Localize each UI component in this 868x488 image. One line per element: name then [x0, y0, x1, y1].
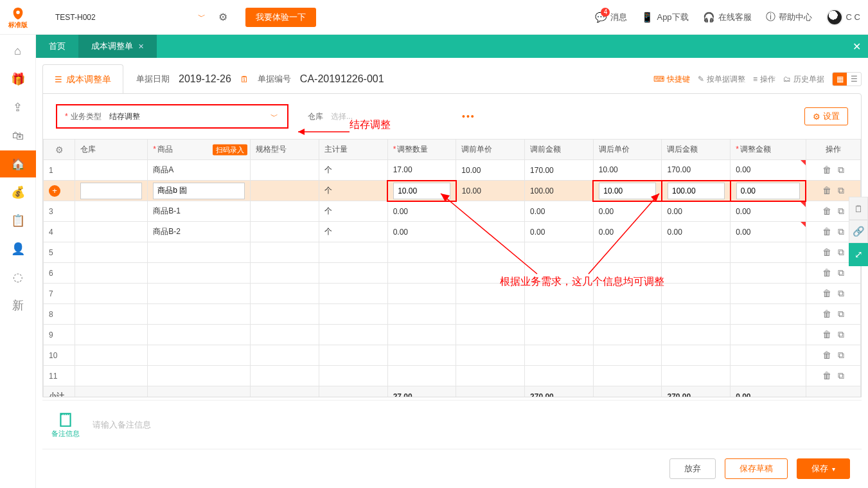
scan-entry-button[interactable]: 扫码录入 — [213, 144, 247, 155]
history-button[interactable]: 🗂 历史单据 — [783, 74, 824, 85]
view-list-icon[interactable]: ☰ — [847, 73, 861, 86]
delete-row-icon[interactable]: 🗑 — [822, 267, 831, 278]
table-row[interactable]: 9🗑⧉ — [44, 325, 861, 345]
adj-amount-input[interactable] — [736, 183, 800, 199]
tabs-close-all[interactable]: ✕ — [845, 35, 868, 58]
sidebar: ⌂ 🎁 ⇪ 🛍 🏠 💰 📋 👤 ◌ 新 — [0, 35, 36, 488]
doc-actions: ⌨ 快捷键 ✎ 按单据调整 ≡ 操作 🗂 历史单据 ▦ ☰ — [653, 72, 862, 86]
headset-icon: 🎧 — [703, 12, 715, 23]
messages-button[interactable]: 💬 4 消息 — [595, 12, 627, 23]
warehouse-input[interactable] — [80, 183, 142, 199]
col-post-price: 调后单价 — [593, 140, 662, 160]
more-button[interactable]: ••• — [462, 111, 475, 122]
warehouse-select[interactable]: 仓库 选择... — [308, 111, 353, 122]
copy-row-icon[interactable]: ⧉ — [838, 288, 844, 299]
view-toggle[interactable]: ▦ ☰ — [832, 72, 862, 86]
copy-row-icon[interactable]: ⧉ — [838, 185, 844, 196]
save-button[interactable]: 保存▾ — [797, 458, 850, 479]
delete-row-icon[interactable]: 🗑 — [822, 165, 831, 176]
hotkey-button[interactable]: ⌨ 快捷键 — [653, 74, 690, 85]
delete-row-icon[interactable]: 🗑 — [822, 350, 831, 361]
doc-number: CA-20191226-001 — [300, 73, 384, 85]
copy-row-icon[interactable]: ⧉ — [838, 350, 844, 361]
col-warehouse: 仓库 — [75, 140, 148, 160]
table-row[interactable]: 3商品B-1个0.000.000.000.000.00🗑⧉ — [44, 201, 861, 222]
sidebar-gift[interactable]: 🎁 — [0, 66, 36, 93]
gear-icon[interactable]: ⚙ — [218, 11, 227, 23]
col-pre-amount: 调前金额 — [525, 140, 594, 160]
operations-menu[interactable]: ≡ 操作 — [753, 74, 775, 85]
settings-button[interactable]: ⚙ 设置 — [804, 107, 848, 125]
copy-row-icon[interactable]: ⧉ — [838, 267, 844, 278]
sidebar-warehouse[interactable]: 🏠 — [0, 150, 36, 177]
sidebar-user[interactable]: 👤 — [0, 235, 36, 262]
adj-qty-input[interactable] — [393, 183, 450, 199]
copy-row-icon[interactable]: ⧉ — [838, 370, 844, 381]
tab-cost-adjustment[interactable]: 成本调整单 ✕ — [78, 35, 157, 58]
sidebar-new[interactable]: 新 — [0, 292, 36, 319]
copy-row-icon[interactable]: ⧉ — [838, 226, 844, 237]
add-row-icon[interactable]: + — [49, 185, 60, 197]
product-input[interactable] — [153, 183, 245, 199]
table-header-row: ⚙ 仓库 *商品扫码录入 规格型号 主计量 *调整数量 调前单价 调前金额 调后… — [44, 140, 861, 160]
calendar-icon[interactable]: 🗓 — [240, 75, 249, 84]
help-center-button[interactable]: ⓘ 帮助中心 — [766, 11, 812, 23]
sidebar-clipboard[interactable]: 📋 — [0, 207, 36, 234]
copy-row-icon[interactable]: ⧉ — [838, 165, 844, 176]
gear-icon[interactable]: ⚙ — [55, 145, 64, 155]
table-row[interactable]: 7🗑⧉ — [44, 284, 861, 304]
delete-row-icon[interactable]: 🗑 — [822, 288, 831, 299]
table-row[interactable]: 10🗑⧉ — [44, 345, 861, 366]
copy-row-icon[interactable]: ⧉ — [838, 247, 844, 258]
delete-row-icon[interactable]: 🗑 — [822, 226, 831, 237]
sidebar-home[interactable]: ⌂ — [0, 37, 36, 64]
sidebar-money[interactable]: 💰 — [0, 179, 36, 206]
avatar — [826, 9, 843, 26]
table-row[interactable]: 1商品A个17.0010.00170.0010.00170.000.00🗑⧉ — [44, 160, 861, 181]
delete-row-icon[interactable]: 🗑 — [822, 309, 831, 320]
col-pre-price: 调前单价 — [456, 140, 525, 160]
delete-row-icon[interactable]: 🗑 — [822, 206, 831, 217]
rail-note-icon[interactable]: 🗒 — [849, 197, 868, 220]
remark-input[interactable] — [93, 420, 853, 429]
post-amount-input[interactable] — [668, 183, 725, 199]
tab-home[interactable]: 首页 — [36, 35, 78, 58]
close-icon[interactable]: ✕ — [138, 42, 144, 51]
float-rail: 🗒 🔗 ⤢ — [849, 197, 868, 266]
customer-service-button[interactable]: 🎧 在线客服 — [703, 12, 752, 23]
try-button[interactable]: 我要体验一下 — [245, 8, 316, 27]
copy-row-icon[interactable]: ⧉ — [838, 329, 844, 340]
post-price-input[interactable] — [599, 183, 656, 199]
adjust-by-doc-button[interactable]: ✎ 按单据调整 — [698, 74, 745, 85]
table-row[interactable]: 8🗑⧉ — [44, 304, 861, 325]
delete-row-icon[interactable]: 🗑 — [822, 247, 831, 258]
app-download-button[interactable]: 📱 App下载 — [641, 12, 688, 23]
table-row[interactable]: 4商品B-2个0.000.000.000.000.00🗑⧉ — [44, 222, 861, 242]
doc-date[interactable]: 2019-12-26 — [179, 73, 231, 85]
sidebar-upload[interactable]: ⇪ — [0, 94, 36, 121]
table-row[interactable]: 11🗑⧉ — [44, 366, 861, 386]
logo: 标准版 — [0, 6, 36, 28]
business-type-value: 结存调整 — [109, 111, 140, 122]
sidebar-loading[interactable]: ◌ — [0, 264, 36, 291]
topbar: 标准版 TEST-H002 ﹀ ⚙ 我要体验一下 💬 4 消息 📱 App下载 … — [0, 0, 868, 35]
view-card-icon[interactable]: ▦ — [833, 73, 847, 86]
delete-row-icon[interactable]: 🗑 — [822, 370, 831, 381]
org-select[interactable]: TEST-H002 ﹀ — [49, 8, 212, 27]
delete-row-icon[interactable]: 🗑 — [822, 185, 831, 196]
business-type-select[interactable]: * 业务类型 结存调整 ﹀ — [56, 104, 288, 129]
rail-link-icon[interactable]: 🔗 — [849, 220, 868, 243]
table-row[interactable]: 5🗑⧉ — [44, 242, 861, 263]
copy-row-icon[interactable]: ⧉ — [838, 309, 844, 320]
discard-button[interactable]: 放弃 — [669, 458, 716, 479]
table-row[interactable]: 6🗑⧉ — [44, 263, 861, 284]
delete-row-icon[interactable]: 🗑 — [822, 329, 831, 340]
sidebar-bag[interactable]: 🛍 — [0, 122, 36, 149]
col-unit: 主计量 — [319, 140, 387, 160]
rail-expand-icon[interactable]: ⤢ — [849, 243, 868, 266]
user-menu[interactable]: C C — [826, 9, 860, 26]
doc-header: ☰ 成本调整单 单据日期 2019-12-26 🗓 单据编号 CA-201912… — [42, 64, 862, 94]
copy-row-icon[interactable]: ⧉ — [838, 206, 844, 217]
table-row[interactable]: +个10.00100.00🗑⧉ — [44, 181, 861, 201]
save-draft-button[interactable]: 保存草稿 — [725, 458, 788, 479]
